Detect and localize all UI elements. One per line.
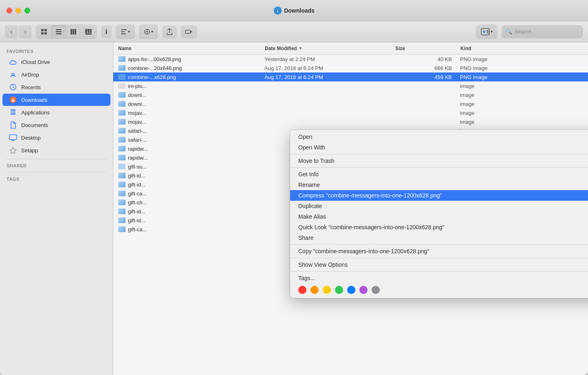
info-button[interactable]: ℹ [101, 25, 112, 38]
file-thumbnail [118, 110, 126, 116]
menu-item-label: Compress "combine-messagers-into-one-120… [298, 192, 442, 199]
sidebar-item-icloud-drive[interactable]: iCloud Drive [2, 56, 110, 68]
file-name: safari-... [128, 137, 264, 143]
documents-icon [9, 121, 17, 129]
sidebar-item-downloads[interactable]: Downloads [2, 94, 110, 106]
downloads-icon [9, 96, 17, 104]
file-name: mojav... [128, 110, 264, 116]
context-menu-show-view-options[interactable]: Show View Options [290, 259, 588, 270]
shared-label: Shared [0, 162, 113, 170]
tag-button[interactable] [181, 25, 197, 38]
file-name: safari-... [128, 128, 264, 134]
file-thumbnail [118, 217, 126, 223]
context-menu-move-to-trash[interactable]: Move to Trash [290, 156, 588, 166]
sidebar-item-airdrop-label: AirDrop [21, 72, 39, 78]
back-button[interactable]: ‹ [5, 25, 18, 38]
tag-gray[interactable] [372, 286, 380, 294]
sidebar-item-desktop[interactable]: Desktop [2, 132, 110, 144]
context-menu: Open Open With ▶ Move to Trash Get Info … [290, 130, 588, 298]
setapp-icon [9, 146, 17, 154]
svg-rect-12 [90, 29, 92, 33]
file-name: gift-su... [128, 164, 264, 170]
file-thumbnail [118, 119, 126, 125]
context-menu-quick-look[interactable]: Quick Look "combine-messagers-into-one-1… [290, 222, 588, 232]
menu-separator [290, 258, 588, 258]
toolbar: ‹ › ℹ ▾ ▾ [0, 21, 588, 42]
svg-rect-30 [9, 135, 17, 140]
table-row[interactable]: mojav... image [113, 117, 588, 126]
titlebar: ↓ Downloads [0, 0, 588, 21]
group-button[interactable]: ▾ [117, 25, 134, 38]
context-menu-get-info[interactable]: Get Info [290, 169, 588, 180]
view-gallery-button[interactable] [81, 25, 96, 38]
col-date-header[interactable]: Date Modified ▼ [265, 46, 395, 51]
table-row[interactable]: apps-for-...00x628.png Yesterday at 2:24… [113, 55, 588, 64]
desktop-icon [9, 134, 17, 142]
context-menu-share[interactable]: Share ▶ [290, 232, 588, 243]
file-thumbnail [118, 200, 126, 205]
file-thumbnail [118, 74, 126, 80]
file-date: Aug 17, 2018 at 6:24 PM [264, 65, 395, 71]
context-menu-open[interactable]: Open [290, 132, 588, 142]
view-list-button[interactable] [51, 25, 66, 38]
col-name-header[interactable]: Name [118, 46, 265, 51]
context-menu-copy[interactable]: Copy "combine-messagers-into-one-1200x62… [290, 246, 588, 257]
view-columns-button[interactable] [66, 25, 81, 38]
file-thumbnail [118, 182, 126, 187]
tag-red[interactable] [298, 286, 306, 294]
file-area: Name Date Modified ▼ Size Kind apps-for-… [113, 42, 588, 375]
tag-yellow[interactable] [323, 286, 331, 294]
forward-button[interactable]: › [19, 25, 32, 38]
search-input[interactable] [515, 29, 579, 35]
file-name: gift-id... [128, 182, 264, 188]
file-name: gift-ca... [128, 191, 264, 197]
tag-blue[interactable] [347, 286, 355, 294]
context-menu-make-alias[interactable]: Make Alias [290, 211, 588, 222]
finder-icon-group: ▾ [476, 24, 498, 39]
tag-green[interactable] [335, 286, 343, 294]
maximize-button[interactable] [24, 8, 30, 13]
col-kind-header[interactable]: Kind [460, 46, 471, 51]
file-kind: image [460, 110, 474, 116]
close-button[interactable] [7, 8, 12, 13]
file-name: downl... [128, 101, 264, 107]
context-menu-tags[interactable]: Tags... [290, 273, 588, 283]
sidebar-item-setapp[interactable]: Setapp [2, 144, 110, 156]
col-size-header[interactable]: Size [395, 46, 460, 51]
sidebar-item-recents[interactable]: Recents [2, 81, 110, 93]
context-menu-compress[interactable]: Compress "combine-messagers-into-one-120… [290, 190, 588, 201]
sidebar-item-icloud-drive-label: iCloud Drive [21, 59, 50, 65]
sidebar-item-airdrop[interactable]: AirDrop [2, 68, 110, 81]
file-kind: PNG image [460, 65, 487, 71]
file-thumbnail [118, 92, 126, 98]
context-menu-duplicate[interactable]: Duplicate [290, 201, 588, 211]
context-menu-open-with[interactable]: Open With ▶ [290, 142, 588, 153]
tag-colors-row [290, 283, 588, 296]
table-row-selected[interactable]: combine-...x628.png Aug 17, 2018 at 6:24… [113, 72, 588, 81]
sidebar-item-documents[interactable]: Documents [2, 119, 110, 131]
file-thumbnail [118, 146, 126, 151]
file-thumbnail [118, 101, 126, 107]
sidebar-divider-1 [7, 159, 106, 159]
menu-item-label: Tags... [298, 275, 315, 281]
finder-icon-button[interactable]: ▾ [477, 25, 497, 38]
sidebar-item-applications[interactable]: Applications [2, 106, 110, 118]
view-icons-button[interactable] [37, 25, 51, 38]
table-row[interactable]: mojav... image [113, 108, 588, 117]
file-kind: image [460, 83, 474, 89]
table-row[interactable]: im-plu... image [113, 81, 588, 90]
table-row[interactable]: downl... image [113, 90, 588, 99]
table-row[interactable]: downl... image [113, 99, 588, 108]
action-button-group: ▾ [139, 24, 158, 39]
table-row[interactable]: combine-...20x646.png Aug 17, 2018 at 6:… [113, 64, 588, 72]
share-button[interactable] [162, 25, 177, 38]
svg-rect-6 [56, 33, 62, 34]
tag-purple[interactable] [359, 286, 368, 294]
menu-item-label: Copy "combine-messagers-into-one-1200x62… [298, 248, 429, 254]
main-content: Favorites iCloud Drive AirDrop Recents [0, 42, 588, 375]
tag-orange[interactable] [311, 286, 319, 294]
file-name: im-plu... [128, 83, 264, 89]
action-button[interactable]: ▾ [140, 25, 157, 38]
context-menu-rename[interactable]: Rename [290, 180, 588, 190]
minimize-button[interactable] [15, 8, 21, 13]
